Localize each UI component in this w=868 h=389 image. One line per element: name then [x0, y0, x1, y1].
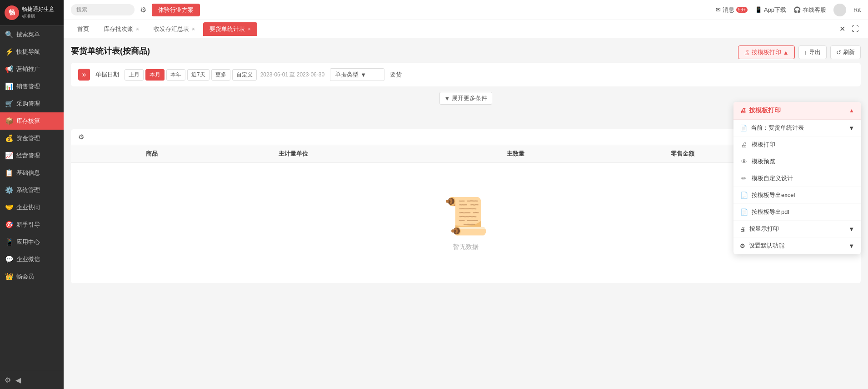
dropdown-close-icon[interactable]: ▲ [849, 107, 854, 114]
order-type-select[interactable]: 单据类型 ▼ [330, 68, 384, 81]
dropdown-template-excel[interactable]: 📄 按模板导出excel [733, 187, 861, 204]
date-prev-month[interactable]: 上月 [125, 69, 144, 81]
sidebar-item-guide[interactable]: 🎯 新手引导 [0, 216, 64, 233]
sidebar-logo: 畅 畅捷通好生意 标准版 [0, 0, 64, 26]
sidebar-item-app-center[interactable]: 📱 应用中心 [0, 233, 64, 251]
sidebar-item-quick-nav[interactable]: ⚡ 快捷导航 [0, 43, 64, 61]
filter-expand-button[interactable]: » [78, 69, 90, 81]
message-button[interactable]: ✉ 消息 99+ [716, 6, 748, 14]
user-avatar[interactable] [833, 4, 846, 16]
sidebar-item-sales[interactable]: 📊 销售管理 [0, 78, 64, 95]
dropdown-template-pdf[interactable]: 📄 按模板导出pdf [733, 204, 861, 221]
template-pdf-icon: 📄 [740, 208, 748, 216]
sidebar-item-search[interactable]: 🔍 搜索菜单 [0, 26, 64, 43]
tab-close-icon[interactable]: × [136, 26, 139, 32]
sidebar-item-label: 新手引导 [16, 221, 40, 229]
dropdown-template-print[interactable]: 🖨 模板打印 [733, 136, 861, 153]
sidebar-nav: 🔍 搜索菜单 ⚡ 快捷导航 📢 营销推广 📊 销售管理 🛒 采购管理 📦 库存核… [0, 26, 64, 371]
tab-maximize-icon[interactable]: ⛶ [850, 23, 861, 35]
export-icon: ↑ [804, 49, 808, 56]
template-print-icon: 🖨 [740, 141, 748, 148]
topbar-right: ✉ 消息 99+ 📱 App下载 🎧 在线客服 Rit [716, 4, 861, 16]
online-service-button[interactable]: 🎧 在线客服 [793, 6, 826, 14]
col-quantity: 主数量 [500, 145, 665, 163]
dropdown-template-preview[interactable]: 👁 模板预览 [733, 153, 861, 170]
dropdown-current-item[interactable]: 📄 当前：要货单统计表 ▼ [733, 120, 861, 136]
print-template-button[interactable]: 🖨 按模板打印 ▲ [738, 45, 795, 59]
sidebar-item-label: 营销推广 [16, 65, 40, 73]
refresh-button[interactable]: ↺ 刷新 [830, 45, 861, 59]
column-settings-icon[interactable]: ⚙ [78, 133, 84, 141]
tab-home[interactable]: 首页 [71, 22, 95, 36]
date-more[interactable]: 更多 [211, 69, 230, 81]
tab-inventory-batch[interactable]: 库存批次账 × [97, 22, 145, 36]
sidebar-item-member[interactable]: 👑 畅会员 [0, 268, 64, 285]
empty-icon: 📜 [443, 195, 489, 237]
chevron-right-icon: ▼ [848, 242, 854, 249]
tab-label: 收发存汇总表 [154, 25, 189, 33]
sidebar-item-label: 经营管理 [16, 152, 40, 160]
service-label: 在线客服 [803, 6, 826, 14]
sidebar-toggle-icon[interactable]: ◀ [15, 376, 21, 384]
sidebar-item-wechat[interactable]: 💬 企业微信 [0, 251, 64, 268]
wechat-icon: 💬 [5, 255, 14, 263]
sidebar-item-label: 采购管理 [16, 100, 40, 108]
sidebar-item-label: 搜索菜单 [16, 30, 40, 39]
sidebar-item-label: 应用中心 [16, 238, 40, 246]
inventory-icon: 📦 [5, 117, 14, 125]
marketing-icon: 📢 [5, 65, 14, 73]
member-icon: 👑 [5, 273, 14, 281]
app-download-button[interactable]: 📱 App下载 [755, 6, 786, 14]
col-product: 商品 [140, 145, 272, 163]
sidebar-item-system[interactable]: ⚙️ 系统管理 [0, 182, 64, 199]
template-excel-label: 按模板导出excel [752, 191, 795, 199]
print-dropdown-menu: 🖨 按模板打印 ▲ 📄 当前：要货单统计表 ▼ 🖨 模板打印 👁 模板预览 [733, 102, 861, 254]
expand-more-button[interactable]: ▼ 展开更多条件 [439, 92, 493, 105]
dropdown-template-custom[interactable]: ✏ 模板自定义设计 [733, 170, 861, 187]
default-func-label: 设置默认功能 [749, 242, 784, 250]
app-download-icon: 📱 [755, 6, 762, 13]
tab-receipt-summary[interactable]: 收发存汇总表 × [147, 22, 201, 36]
purchase-icon: 🛒 [5, 100, 14, 108]
export-button[interactable]: ↑ 导出 [798, 45, 827, 59]
app-center-icon: 📱 [5, 238, 14, 246]
export-label: 导出 [809, 48, 821, 56]
main-content: 搜索 ⚙ 体验行业方案 ✉ 消息 99+ 📱 App下载 🎧 在线客服 Rit … [64, 0, 868, 389]
date-7-days[interactable]: 近7天 [187, 69, 210, 81]
tab-close-icon[interactable]: × [192, 26, 195, 32]
sidebar-item-marketing[interactable]: 📢 营销推广 [0, 61, 64, 78]
sidebar-item-collab[interactable]: 🤝 企业协同 [0, 199, 64, 216]
display-print-label: 按显示打印 [749, 225, 779, 233]
dropdown-default-func[interactable]: ⚙ 设置默认功能 ▼ [733, 237, 861, 254]
date-custom[interactable]: 自定义 [232, 69, 257, 81]
system-icon: ⚙️ [5, 186, 14, 194]
sidebar-item-inventory[interactable]: 📦 库存核算 [0, 112, 64, 130]
sidebar-item-basic[interactable]: 📋 基础信息 [0, 164, 64, 182]
print-label: 按模板打印 [752, 48, 781, 56]
topbar-settings-icon[interactable]: ⚙ [140, 5, 146, 14]
dropdown-display-print[interactable]: 🖨 按显示打印 ▼ [733, 221, 861, 237]
chevron-down-icon: ▼ [444, 95, 450, 102]
try-industry-button[interactable]: 体验行业方案 [152, 4, 200, 16]
date-this-year[interactable]: 本年 [166, 69, 185, 81]
filter-bar: » 单据日期 上月 本月 本年 近7天 更多 自定义 2023-06-01 至 … [71, 63, 861, 86]
tab-label: 要货单统计表 [210, 25, 245, 33]
refresh-icon: ↺ [836, 49, 841, 56]
tab-close-all-icon[interactable]: ✕ [838, 23, 847, 35]
topbar: 搜索 ⚙ 体验行业方案 ✉ 消息 99+ 📱 App下载 🎧 在线客服 Rit [64, 0, 868, 20]
sidebar: 畅 畅捷通好生意 标准版 🔍 搜索菜单 ⚡ 快捷导航 📢 营销推广 📊 销售管理… [0, 0, 64, 389]
date-filter-group: 上月 本月 本年 近7天 更多 自定义 2023-06-01 至 2023-06… [125, 69, 324, 81]
sidebar-item-label: 企业协同 [16, 203, 40, 212]
tab-close-icon[interactable]: × [248, 26, 251, 32]
date-this-month[interactable]: 本月 [145, 69, 165, 81]
topbar-search-box[interactable]: 搜索 [71, 4, 135, 15]
sidebar-item-purchase[interactable]: 🛒 采购管理 [0, 95, 64, 112]
sidebar-settings-icon[interactable]: ⚙ [5, 376, 11, 384]
sidebar-item-finance[interactable]: 💰 资金管理 [0, 130, 64, 147]
page-actions: 🖨 按模板打印 ▲ ↑ 导出 ↺ 刷新 [738, 45, 861, 59]
chevron-down-icon: ▼ [360, 71, 366, 78]
date-range-text: 2023-06-01 至 2023-06-30 [260, 71, 324, 79]
sidebar-footer: ⚙ ◀ [0, 371, 64, 389]
tab-order-stats[interactable]: 要货单统计表 × [203, 22, 257, 36]
sidebar-item-operation[interactable]: 📈 经营管理 [0, 147, 64, 164]
